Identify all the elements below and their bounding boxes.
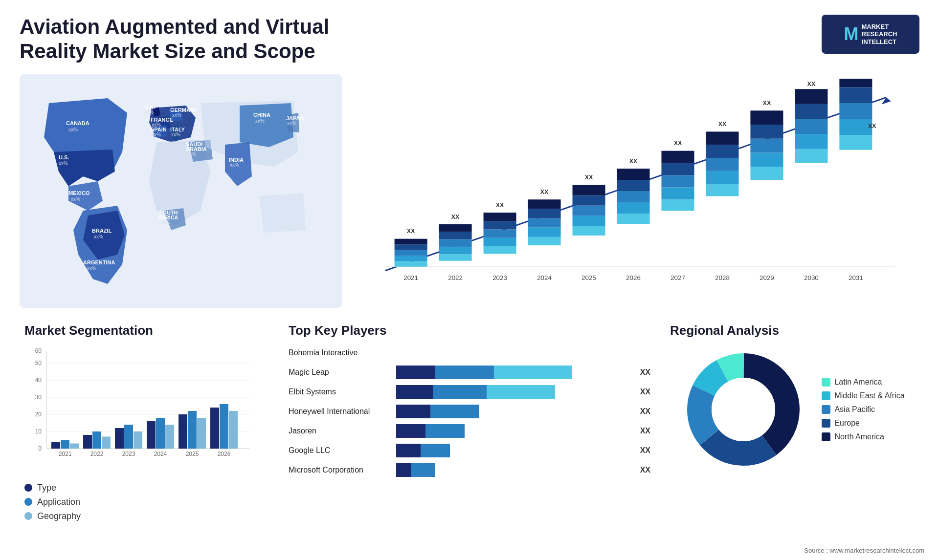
- svg-rect-134: [229, 411, 238, 449]
- canada-label: CANADA: [66, 120, 89, 126]
- player-xx: XX: [640, 407, 650, 416]
- player-name: Jasoren: [289, 427, 396, 435]
- segmentation-section: Market Segmentation 0 10 20 30 40 50 60: [20, 318, 274, 530]
- svg-rect-124: [147, 421, 156, 449]
- source-text: Source : www.marketresearchintellect.com: [804, 547, 924, 554]
- svg-text:XX: XX: [674, 140, 682, 147]
- svg-text:30: 30: [35, 394, 42, 401]
- bar-dark: [396, 366, 435, 379]
- player-name: Microsoft Corporation: [289, 466, 396, 474]
- svg-rect-56: [617, 202, 649, 214]
- legend-color: [822, 405, 830, 414]
- svg-text:xx%: xx%: [94, 234, 103, 239]
- svg-rect-122: [134, 431, 142, 449]
- svg-rect-22: [395, 250, 427, 255]
- legend-geography: Geography: [24, 511, 269, 521]
- brazil-label: BRAZIL: [92, 228, 112, 234]
- svg-rect-116: [83, 435, 92, 449]
- bar-light: [494, 366, 572, 379]
- logo-text: MARKET RESEARCH INTELLECT: [862, 23, 897, 46]
- svg-rect-80: [750, 110, 783, 125]
- svg-text:xx%: xx%: [172, 112, 181, 118]
- logo-box: M MARKET RESEARCH INTELLECT: [822, 15, 919, 54]
- svg-rect-48: [573, 226, 605, 236]
- svg-rect-62: [661, 199, 694, 211]
- segmentation-chart: 0 10 20 30 40 50 60: [24, 346, 259, 473]
- svg-text:20: 20: [35, 411, 42, 418]
- svg-rect-91: [839, 119, 872, 135]
- svg-text:xx%: xx%: [68, 127, 78, 132]
- svg-rect-69: [706, 184, 738, 196]
- svg-rect-113: [61, 440, 69, 449]
- svg-text:xx%: xx%: [287, 121, 296, 126]
- player-bars: [396, 444, 636, 457]
- argentina-label: ARGENTINA: [83, 259, 115, 265]
- player-name: Google LLC: [289, 446, 396, 455]
- svg-rect-28: [439, 247, 472, 254]
- svg-rect-21: [395, 256, 427, 261]
- player-row-honeywell: Honeywell International XX: [289, 405, 650, 418]
- china-label: CHINA: [253, 112, 270, 118]
- svg-rect-73: [706, 131, 738, 145]
- svg-text:2024: 2024: [154, 451, 167, 457]
- svg-text:xx%: xx%: [230, 162, 239, 168]
- header: Aviation Augmented and Virtual Reality M…: [20, 15, 919, 64]
- svg-rect-43: [528, 218, 561, 227]
- legend-dot-type: [24, 484, 32, 492]
- svg-rect-118: [102, 436, 111, 449]
- player-xx: XX: [640, 368, 650, 377]
- svg-text:XX: XX: [807, 80, 816, 87]
- svg-rect-112: [51, 442, 60, 449]
- svg-text:XX: XX: [763, 100, 771, 107]
- donut-legend: Latin America Middle East & Africa Asia …: [822, 378, 904, 441]
- svg-text:XX: XX: [585, 174, 593, 181]
- player-bars: [396, 424, 636, 438]
- svg-rect-44: [528, 209, 561, 218]
- player-row-google: Google LLC XX: [289, 444, 650, 457]
- player-xx: XX: [640, 427, 650, 435]
- legend-color: [822, 432, 830, 441]
- svg-rect-78: [750, 139, 783, 153]
- svg-rect-94: [839, 79, 872, 87]
- svg-rect-77: [750, 152, 783, 167]
- bar-mid: [435, 366, 494, 379]
- svg-text:XX: XX: [407, 228, 415, 235]
- svg-text:2022: 2022: [90, 451, 104, 457]
- svg-rect-86: [795, 104, 827, 119]
- player-xx: XX: [640, 466, 650, 474]
- legend-north-america: North America: [822, 432, 904, 441]
- svg-rect-71: [706, 158, 738, 171]
- svg-point-141: [712, 378, 775, 441]
- svg-text:XX: XX: [629, 157, 638, 164]
- svg-rect-121: [124, 425, 133, 449]
- svg-rect-55: [617, 214, 649, 224]
- svg-rect-50: [573, 205, 605, 215]
- svg-rect-70: [706, 171, 738, 184]
- bar-mid: [421, 444, 450, 457]
- svg-rect-72: [706, 145, 738, 158]
- bar-light: [487, 385, 555, 399]
- svg-rect-133: [220, 404, 228, 449]
- svg-rect-120: [115, 428, 124, 449]
- legend-europe: Europe: [822, 419, 904, 428]
- svg-text:2026: 2026: [626, 274, 641, 281]
- svg-rect-42: [528, 227, 561, 237]
- svg-rect-45: [528, 199, 561, 209]
- player-name: Honeywell International: [289, 407, 396, 416]
- legend-latin-america: Latin America: [822, 378, 904, 387]
- svg-rect-59: [617, 169, 649, 180]
- player-row-jasoren: Jasoren XX: [289, 424, 650, 438]
- svg-text:50: 50: [35, 360, 42, 366]
- svg-rect-117: [92, 431, 101, 449]
- player-xx: XX: [640, 446, 650, 455]
- player-bars: [396, 366, 636, 379]
- donut-container: Latin America Middle East & Africa Asia …: [670, 346, 915, 473]
- player-bars: [396, 385, 636, 399]
- svg-rect-92: [839, 103, 872, 119]
- svg-text:10: 10: [35, 428, 42, 435]
- svg-rect-132: [210, 408, 219, 449]
- svg-text:2029: 2029: [760, 274, 774, 281]
- svg-text:2028: 2028: [715, 274, 730, 281]
- bar-dark: [396, 385, 433, 399]
- svg-text:40: 40: [35, 377, 42, 384]
